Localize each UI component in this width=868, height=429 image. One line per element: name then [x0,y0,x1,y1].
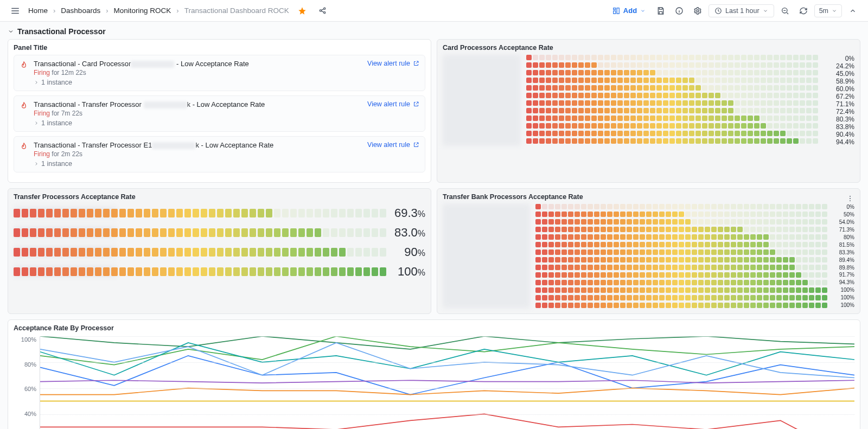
panel-transfer-bank: Transfer Bank Processors Acceptance Rate… [437,188,860,314]
alert-instance[interactable]: 1 instance [34,79,362,86]
crumb-sep: › [53,7,55,15]
crumb-sep: › [106,7,108,15]
time-range-label: Last 1 hour [725,7,760,15]
share-icon[interactable] [315,3,330,18]
heat-row [535,303,827,308]
heat-value: 94.4% [824,138,854,146]
heat-row [535,204,827,209]
heat-row [526,138,818,144]
transfer-bank-values: 0%50%54.0%71.3%80%81.5%83.3%89.4%89.8%91… [833,204,854,308]
y-tick: 100% [21,336,36,343]
page-body: Transactional Processor Panel Title Tran… [0,22,868,429]
tp-row: 90% [14,245,425,259]
chevron-right-icon [34,120,39,126]
heat-value: 83.8% [824,123,854,131]
card-processors-heatmap [526,55,818,144]
heat-row [526,70,818,75]
heat-row [526,55,818,60]
svg-rect-4 [617,8,619,14]
heat-row [526,108,818,113]
panel-line-chart: Acceptance Rate By Processor 100%80%60%4… [8,319,860,429]
redacted-text [131,61,174,68]
section-title-label: Transactional Processor [17,27,106,36]
breadcrumb: Home › Dashboards › Monitoring ROCK › Tr… [8,3,330,18]
line-series [40,343,854,378]
line-series [40,388,854,395]
line-series [40,380,854,383]
svg-point-7 [697,10,699,12]
heat-value: 58.9% [824,78,854,85]
menu-icon[interactable] [8,3,23,18]
crumb-dashboards[interactable]: Dashboards [61,7,100,15]
gear-icon[interactable] [690,3,705,18]
svg-point-12 [850,200,851,201]
panel-alerts: Panel Title Transactional - Card Process… [8,39,431,183]
panel-menu-icon[interactable] [843,191,858,206]
panel-line-chart-title: Acceptance Rate By Processor [14,324,854,332]
heat-value: 50% [833,212,854,217]
collapse-icon[interactable] [845,3,860,18]
heat-value: 71.1% [824,100,854,108]
y-tick: 80% [24,361,36,368]
fire-icon [20,61,28,69]
panel-card-processors: Card Processors Acceptance Rate 0%24.2%4… [437,39,860,183]
heat-row [535,295,827,300]
tp-row: 69.3% [14,206,425,220]
alert-name: Transactional - Card Processor - Low Acc… [34,60,362,68]
external-link-icon [413,142,419,148]
tp-value: 69.3% [394,206,425,220]
alert-row[interactable]: Transactional - Card Processor - Low Acc… [14,55,425,91]
heat-row [526,100,818,106]
view-alert-rule-link[interactable]: View alert rule [367,60,419,67]
heat-value: 71.3% [833,227,854,233]
alert-instance[interactable]: 1 instance [34,160,362,168]
heat-value: 24.2% [824,62,854,70]
heat-row [535,219,827,225]
redacted-labels [443,204,530,308]
heat-value: 83.3% [833,249,854,255]
svg-point-10 [850,196,851,197]
view-alert-rule-link[interactable]: View alert rule [367,100,419,108]
section-title[interactable]: Transactional Processor [8,27,860,36]
heat-row [535,242,827,247]
heat-value: 60.0% [824,85,854,93]
heat-value: 100% [833,294,854,300]
heat-row [535,265,827,270]
heat-row [535,287,827,293]
alert-row[interactable]: Transactional - Transfer Processor k - L… [14,95,425,132]
heat-value: 45.0% [824,70,854,78]
tp-row: 100% [14,265,425,279]
alert-meta: Firing for 12m 22s [34,69,362,76]
zoom-out-icon[interactable] [777,3,793,18]
heat-row [526,93,818,98]
time-range-button[interactable]: Last 1 hour [709,4,774,17]
refresh-interval-button[interactable]: 5m [814,4,842,17]
heat-value: 90.4% [824,131,854,138]
save-icon[interactable] [653,3,668,18]
tp-row: 83.0% [14,226,425,240]
alert-instance[interactable]: 1 instance [34,119,362,127]
tp-value: 83.0% [394,226,425,240]
heat-row [535,272,827,278]
tp-value: 100% [394,265,425,279]
heat-value: 89.8% [833,265,854,271]
view-alert-rule-link[interactable]: View alert rule [367,141,419,149]
crumb-home[interactable]: Home [28,7,48,15]
alert-row[interactable]: Transactional - Transfer Processor E1k -… [14,136,425,172]
redacted-labels [443,55,521,146]
y-tick: 60% [24,386,36,392]
external-link-icon [413,60,419,67]
info-icon[interactable] [672,3,687,18]
chevron-right-icon [34,161,39,167]
transfer-bank-heatmap [535,204,827,308]
heat-row [526,131,818,136]
star-icon[interactable] [295,3,310,18]
add-button[interactable]: Add [608,4,650,17]
heat-value: 81.5% [833,242,854,248]
line-chart[interactable]: 100%80%60%40%20%0% [14,336,854,429]
refresh-icon[interactable] [796,3,811,18]
heat-row [535,234,827,240]
topbar: Home › Dashboards › Monitoring ROCK › Tr… [0,0,868,22]
crumb-monitoring[interactable]: Monitoring ROCK [114,7,171,15]
toolbar-right: Add Last 1 hour 5m [608,3,860,18]
